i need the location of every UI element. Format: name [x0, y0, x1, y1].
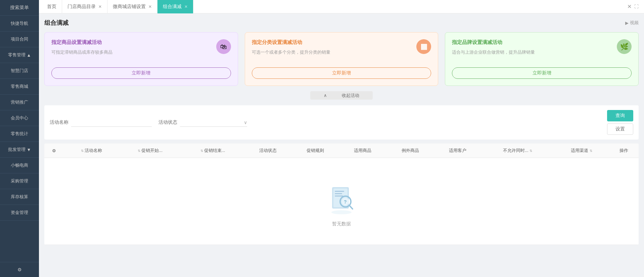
filter-status-label: 活动状态	[158, 119, 177, 125]
category-activity-card: ▦ 指定分类设置满减活动 可选一个或者多个分类，提升分类的销量 立即新增	[245, 32, 439, 86]
filter-name-item: 活动名称	[50, 118, 152, 127]
th-applicable-customer: 适用客户	[434, 144, 481, 158]
svg-rect-5	[335, 196, 343, 197]
tabs-bar: 首页 门店商品目录 ✕ 微商城店铺设置 ✕ 组合满减 ✕ ✕ ⛶	[39, 0, 644, 13]
th-not-allow-same-time[interactable]: 不允许同时... ⇅	[481, 144, 554, 158]
svg-text:?: ?	[344, 199, 347, 205]
tab-wechat-store-settings-close[interactable]: ✕	[148, 4, 152, 9]
collapse-bar[interactable]: ∧ 收起活动	[44, 90, 639, 101]
svg-rect-4	[335, 193, 342, 194]
sidebar-item-project-contract[interactable]: 项目合同	[0, 32, 39, 47]
filter-row: 活动名称 活动状态 ∨ 查询 设置	[44, 105, 639, 140]
sidebar-settings-btn[interactable]: ⚙	[0, 262, 39, 277]
sidebar-item-xiaochangec[interactable]: 小畅电商	[0, 158, 39, 173]
svg-line-8	[349, 205, 353, 209]
brand-card-desc: 适合与上游企业联合做营销，提升品牌销量	[452, 49, 632, 56]
sidebar-item-purchase-mgmt[interactable]: 采购管理	[0, 173, 39, 189]
product-card-title: 指定商品设置满减活动	[51, 39, 231, 46]
sort-icon-right: ⇅	[590, 149, 592, 153]
category-card-title: 指定分类设置满减活动	[252, 39, 431, 46]
sidebar-item-inventory-calc[interactable]: 库存核算	[0, 189, 39, 205]
sidebar-item-wholesale-mgmt[interactable]: 批发管理 ▼	[0, 142, 39, 158]
data-table-container: ⚙ ⇅ 活动名称 ⇅ 促销开始... ⇅ 促销结束...	[44, 144, 639, 245]
play-icon: ▶	[625, 20, 629, 25]
sidebar: 搜索菜单 快捷导航 项目合同 零售管理 ▲ 智慧门店 零售商城 营销推广 会员中…	[0, 0, 39, 277]
empty-illustration: ?	[325, 182, 358, 216]
th-activity-status: 活动状态	[244, 144, 291, 158]
sidebar-item-capital-mgmt[interactable]: 资金管理	[0, 205, 39, 221]
brand-card-icon: 🌿	[617, 39, 632, 54]
collapse-up-icon: ∧	[317, 91, 335, 100]
th-gear[interactable]: ⚙	[44, 144, 64, 158]
th-exception-goods: 例外商品	[386, 144, 434, 158]
svg-rect-3	[335, 191, 344, 192]
th-promo-start[interactable]: ⇅ 促销开始...	[119, 144, 181, 158]
page-header: 组合满减 ▶ 视频	[44, 19, 639, 27]
th-activity-name[interactable]: ⇅ 活动名称	[64, 144, 119, 158]
th-operation: 操作	[609, 144, 639, 158]
tab-store-catalog[interactable]: 门店商品目录 ✕	[62, 0, 107, 13]
tab-home[interactable]: 首页	[42, 0, 62, 13]
window-close-btn[interactable]: ✕	[627, 3, 632, 10]
th-promo-rule: 促销规则	[291, 144, 339, 158]
tab-combo-discount[interactable]: 组合满减 ✕	[157, 0, 193, 13]
main-content: 首页 门店商品目录 ✕ 微商城店铺设置 ✕ 组合满减 ✕ ✕ ⛶ 组合满减 ▶ …	[39, 0, 644, 277]
product-card-icon: 🛍	[216, 39, 231, 54]
filter-actions: 查询 设置	[607, 110, 633, 135]
tabs-actions: ✕ ⛶	[627, 3, 641, 10]
category-card-desc: 可选一个或者多个分类，提升分类的销量	[252, 49, 431, 56]
product-activity-card: 🛍 指定商品设置满减活动 可指定滞销商品或库存较多商品 立即新增	[44, 32, 238, 86]
svg-point-0	[331, 210, 352, 214]
empty-state: ? 暂无数据	[47, 162, 636, 240]
sidebar-item-retail-mgmt[interactable]: 零售管理 ▲	[0, 47, 39, 63]
sort-icon-left: ⇅	[200, 149, 204, 153]
tab-store-catalog-close[interactable]: ✕	[98, 4, 102, 9]
chevron-down-icon: ∨	[244, 120, 247, 125]
filter-status-select[interactable]: ∨	[180, 118, 247, 127]
sidebar-item-marketing[interactable]: 营销推广	[0, 95, 39, 110]
th-applicable-channel[interactable]: 适用渠道 ⇅	[554, 144, 609, 158]
gear-icon: ⚙	[17, 267, 22, 272]
th-promo-end[interactable]: ⇅ 促销结束...	[181, 144, 244, 158]
activity-cards: 🛍 指定商品设置满减活动 可指定滞销商品或库存较多商品 立即新增 ▦ 指定分类设…	[44, 32, 639, 86]
filter-name-input[interactable]	[71, 118, 152, 127]
sidebar-item-retail-stats[interactable]: 零售统计	[0, 126, 39, 142]
video-link[interactable]: ▶ 视频	[625, 20, 639, 26]
collapse-label: 收起活动	[335, 91, 366, 100]
th-applicable-goods: 适用商品	[339, 144, 386, 158]
sidebar-search[interactable]: 搜索菜单	[0, 0, 39, 16]
product-card-add-btn[interactable]: 立即新增	[51, 67, 231, 79]
chevron-up-icon: ▲	[27, 53, 31, 58]
empty-text: 暂无数据	[332, 221, 351, 227]
sidebar-item-member-center[interactable]: 会员中心	[0, 110, 39, 126]
tab-wechat-store-settings[interactable]: 微商城店铺设置 ✕	[107, 0, 157, 13]
page-title: 组合满减	[44, 19, 68, 27]
sort-icon-right: ⇅	[530, 149, 532, 153]
content-area: 组合满减 ▶ 视频 🛍 指定商品设置满减活动 可指定滞销商品或库存较多商品 立即…	[39, 13, 644, 277]
chevron-down-icon: ▼	[27, 147, 31, 152]
category-card-add-btn[interactable]: 立即新增	[252, 67, 431, 79]
sidebar-item-quick-nav[interactable]: 快捷导航	[0, 16, 39, 32]
tab-combo-discount-close[interactable]: ✕	[184, 4, 188, 9]
product-card-desc: 可指定滞销商品或库存较多商品	[51, 49, 231, 56]
sort-icon-left: ⇅	[138, 149, 141, 153]
brand-activity-card: 🌿 指定品牌设置满减活动 适合与上游企业联合做营销，提升品牌销量 立即新增	[445, 32, 639, 86]
filter-status-item: 活动状态 ∨	[158, 118, 247, 127]
data-table: ⚙ ⇅ 活动名称 ⇅ 促销开始... ⇅ 促销结束...	[44, 144, 639, 245]
brand-card-title: 指定品牌设置满减活动	[452, 39, 632, 46]
brand-card-add-btn[interactable]: 立即新增	[452, 67, 632, 79]
setting-button[interactable]: 设置	[607, 123, 633, 135]
filter-name-label: 活动名称	[50, 119, 68, 125]
sidebar-item-retail-mall[interactable]: 零售商城	[0, 79, 39, 95]
sort-icon-left: ⇅	[81, 149, 85, 153]
gear-icon: ⚙	[52, 148, 56, 153]
query-button[interactable]: 查询	[607, 110, 633, 121]
window-maximize-btn[interactable]: ⛶	[634, 4, 639, 9]
sidebar-item-smart-store[interactable]: 智慧门店	[0, 63, 39, 79]
